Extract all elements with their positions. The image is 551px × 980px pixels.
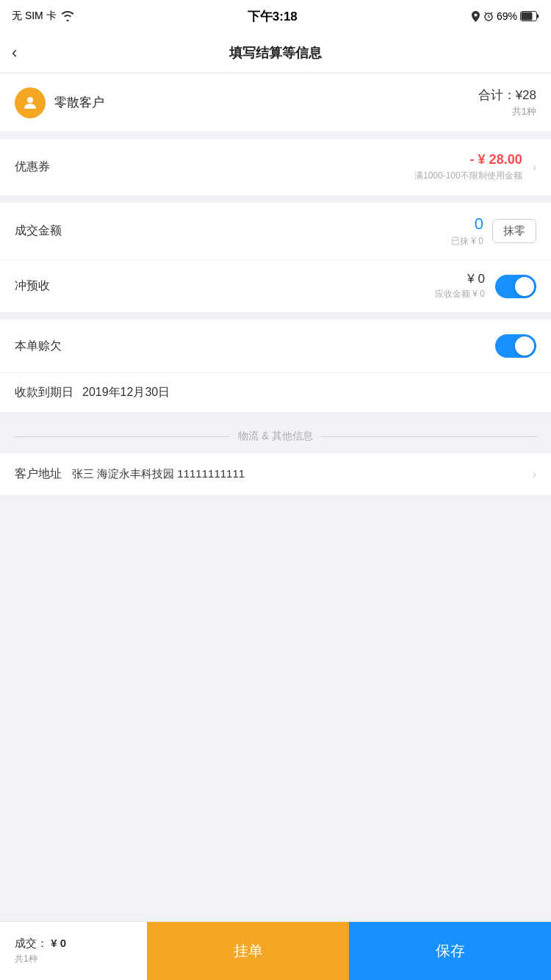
address-section[interactable]: 客户地址 张三 海淀永丰科技园 11111111111 › [0,453,551,495]
toggle-knob [515,277,534,296]
battery-percent: 69% [497,10,517,22]
debt-section: 本单赊欠 收款到期日 2019年12月30日 [0,320,551,412]
status-right: 69% [471,10,539,22]
total-amount: 合计：¥28 [478,87,536,104]
status-bar: 无 SIM 卡 下午3:18 69% [0,0,551,32]
deal-label: 成交金额 [15,223,62,239]
deal-value: 0 [475,215,483,234]
chevron-right-icon: › [533,161,536,174]
debt-toggle-knob [515,336,534,356]
hang-order-button[interactable]: 挂单 [147,922,349,980]
coupon-label: 优惠券 [15,159,50,175]
round-off-button[interactable]: 抹零 [492,219,536,243]
bottom-bar: 成交： ¥ 0 共1种 挂单 保存 [0,921,551,980]
due-date-row: 收款到期日 2019年12月30日 [0,372,551,412]
customer-section: 零散客户 合计：¥28 共1种 [0,73,551,131]
bottom-deal-label: 成交： [15,937,48,949]
save-button[interactable]: 保存 [349,922,551,980]
debt-row: 本单赊欠 [0,320,551,372]
sim-status: 无 SIM 卡 [12,10,57,23]
logistics-divider: 物流 & 其他信息 [0,419,551,453]
bottom-deal-amount: ¥ 0 [51,937,66,949]
svg-rect-2 [521,12,532,21]
due-date-label: 收款到期日 [15,385,73,400]
divider-line-left [15,436,229,437]
customer-avatar [15,87,46,118]
amount-section: 成交金额 0 已抹 ¥ 0 抹零 冲预收 ¥ 0 应收金额 ¥ 0 [0,203,551,312]
content: 零散客户 合计：¥28 共1种 优惠券 - ¥ 28.00 满1000-100不… [0,73,551,561]
bottom-spacer [0,502,551,561]
debt-label: 本单赊欠 [15,339,62,354]
nav-bar: ‹ 填写结算等信息 [0,32,551,73]
precollect-row: 冲预收 ¥ 0 应收金额 ¥ 0 [0,259,551,312]
deal-sub: 已抹 ¥ 0 [451,235,483,248]
precollect-label: 冲预收 [15,278,50,294]
status-time: 下午3:18 [248,8,298,25]
svg-point-3 [27,97,33,103]
deal-amount-row: 成交金额 0 已抹 ¥ 0 抹零 [0,203,551,259]
location-icon [471,11,480,22]
back-button[interactable]: ‹ [12,43,17,62]
address-value: 张三 海淀永丰科技园 11111111111 [72,467,519,481]
battery-icon [520,11,539,21]
logistics-text: 物流 & 其他信息 [238,430,312,443]
bottom-info: 成交： ¥ 0 共1种 [0,937,147,965]
customer-name: 零散客户 [54,94,104,111]
wifi-icon [61,11,74,21]
precollect-toggle[interactable] [495,275,536,298]
due-date-value: 2019年12月30日 [82,385,170,400]
precollect-amount: ¥ 0 [435,272,485,287]
coupon-discount: - ¥ 28.00 [414,152,522,167]
precollect-sub: 应收金额 ¥ 0 [435,288,485,300]
coupon-section[interactable]: 优惠券 - ¥ 28.00 满1000-100不限制使用金额 › [0,139,551,195]
total-count: 共1种 [478,105,536,118]
alarm-icon [483,11,494,21]
address-label: 客户地址 [15,466,62,482]
status-left: 无 SIM 卡 [12,10,74,23]
address-chevron-icon: › [533,468,536,481]
debt-toggle[interactable] [495,334,536,358]
address-row[interactable]: 客户地址 张三 海淀永丰科技园 11111111111 › [0,453,551,495]
divider-line-right [322,436,536,437]
coupon-desc: 满1000-100不限制使用金额 [414,170,522,182]
bottom-count: 共1种 [15,953,132,965]
customer-row: 零散客户 合计：¥28 共1种 [0,73,551,131]
coupon-row[interactable]: 优惠券 - ¥ 28.00 满1000-100不限制使用金额 › [0,139,551,195]
page-title: 填写结算等信息 [229,44,322,62]
